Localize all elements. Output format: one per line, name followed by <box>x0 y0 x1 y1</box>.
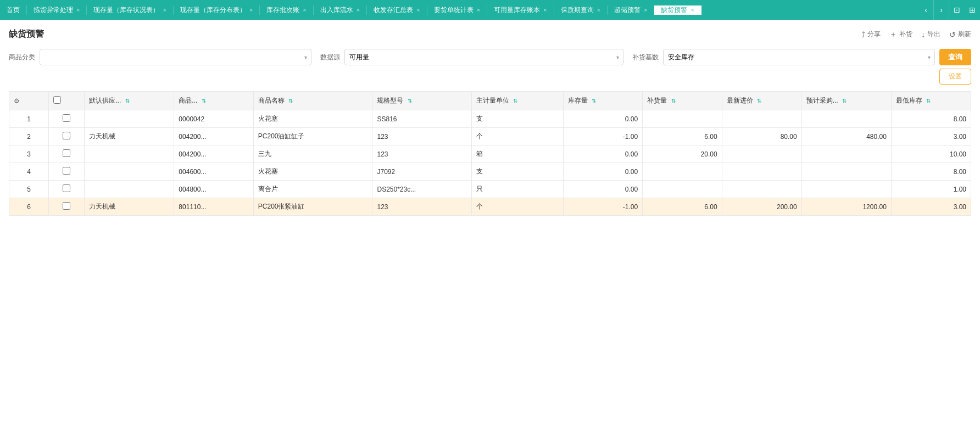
cell-product_name: PC200油缸缸子 <box>253 128 372 145</box>
cell-replenish <box>643 110 722 128</box>
tab-label: 超储预警 <box>614 5 641 15</box>
tab-item--------[interactable]: 可用量库存账本× <box>487 5 554 15</box>
cell-replenish: 6.00 <box>643 198 722 216</box>
gear-icon[interactable]: ⚙ <box>14 97 20 105</box>
cell-expected_purchase <box>801 163 891 181</box>
th-unit-label: 主计量单位 <box>476 97 509 104</box>
tab-close-icon[interactable]: × <box>357 7 360 13</box>
tab-close-icon[interactable]: × <box>644 7 647 13</box>
tab-item-----------[interactable]: 现存量（库存分布表）× <box>174 5 260 15</box>
filter-actions: 查询 设置 <box>939 49 971 85</box>
tab-item-------[interactable]: 要货单统计表× <box>427 5 487 15</box>
tab-close-icon[interactable]: × <box>691 7 694 13</box>
th-stock-label: 库存量 <box>568 97 588 104</box>
cell-index: 3 <box>9 145 49 163</box>
th-min-stock[interactable]: 最低库存 ⇅ <box>891 92 971 110</box>
tab-close-icon[interactable]: × <box>477 7 480 13</box>
tab-item-----[interactable]: 缺货预警× <box>654 5 701 15</box>
replenish-button[interactable]: ＋ 补货 <box>889 30 912 40</box>
cell-product_name: 火花塞 <box>253 110 372 128</box>
th-product-name-label: 商品名称 <box>258 97 285 104</box>
tab-item-----------[interactable]: 现存量（库存状况表）× <box>87 5 173 15</box>
tab-close-icon[interactable]: × <box>303 7 306 13</box>
tab-close-icon[interactable]: × <box>163 7 166 13</box>
cell-checkbox[interactable] <box>49 110 85 128</box>
th-supplier[interactable]: 默认供应... ⇅ <box>85 92 174 110</box>
tab-close-icon[interactable]: × <box>249 7 253 13</box>
replenish-label: 补货 <box>899 30 912 39</box>
cell-min_stock: 10.00 <box>891 145 971 163</box>
tab-fullscreen-btn[interactable]: ⊞ <box>965 0 980 20</box>
tab-item-----[interactable]: 超储预警× <box>608 5 654 15</box>
th-spec-label: 规格型号 <box>377 97 403 104</box>
th-latest-price[interactable]: 最新进价 ⇅ <box>722 92 801 110</box>
tab-label: 缺货预警 <box>661 5 687 15</box>
tab-scroll-next[interactable]: › <box>934 0 949 20</box>
table-body: 10000042火花塞SS816支0.008.002力天机械004200...P… <box>9 110 971 216</box>
cell-spec: DS250*23c... <box>372 181 472 198</box>
replenish-base-wrap: ▾ <box>663 49 935 65</box>
cell-stock: 0.00 <box>563 110 642 128</box>
cell-checkbox[interactable] <box>49 163 85 181</box>
cell-checkbox[interactable] <box>49 145 85 163</box>
row-checkbox[interactable] <box>63 114 70 122</box>
cell-product_code: 0000042 <box>174 110 253 128</box>
cell-spec: 123 <box>372 198 472 216</box>
data-source-input[interactable] <box>344 49 623 65</box>
row-checkbox[interactable] <box>63 132 70 139</box>
data-source-label: 数据源 <box>320 53 340 62</box>
tab-scroll-prev[interactable]: ‹ <box>918 0 934 20</box>
th-latest-price-label: 最新进价 <box>727 97 753 104</box>
cell-unit: 箱 <box>472 145 564 163</box>
product-category-input[interactable] <box>40 49 311 65</box>
cell-checkbox[interactable] <box>49 181 85 198</box>
page-title: 缺货预警 <box>9 29 44 40</box>
th-spec[interactable]: 规格型号 ⇅ <box>372 92 472 110</box>
cell-expected_purchase <box>801 145 891 163</box>
cell-latest_price: 200.00 <box>722 198 801 216</box>
select-all-checkbox[interactable] <box>53 96 61 104</box>
row-checkbox[interactable] <box>63 167 70 175</box>
export-button[interactable]: ↓ 导出 <box>921 30 940 39</box>
row-checkbox[interactable] <box>63 202 70 210</box>
spec-sort-icon: ⇅ <box>408 98 412 104</box>
row-checkbox[interactable] <box>63 149 70 157</box>
th-gear[interactable]: ⚙ <box>9 92 49 110</box>
tab-close-icon[interactable]: × <box>416 7 420 13</box>
settings-button[interactable]: 设置 <box>939 69 971 85</box>
cell-expected_purchase <box>801 181 891 198</box>
cell-checkbox[interactable] <box>49 198 85 216</box>
tab-item------[interactable]: 库存批次账× <box>260 5 313 15</box>
replenish-base-input[interactable] <box>663 49 935 65</box>
cell-product_name: 三九 <box>253 145 372 163</box>
tab-item------[interactable]: 保质期查询× <box>554 5 608 15</box>
tab-label: 现存量（库存状况表） <box>93 5 159 15</box>
product-name-sort-icon: ⇅ <box>288 98 293 104</box>
tab-item-------[interactable]: 收发存汇总表× <box>367 5 427 15</box>
th-product-code[interactable]: 商品... ⇅ <box>174 92 253 110</box>
tab-item---[interactable]: 首页 <box>0 5 27 15</box>
tab-close-icon[interactable]: × <box>597 7 600 13</box>
th-product-name[interactable]: 商品名称 ⇅ <box>253 92 372 110</box>
cell-checkbox[interactable] <box>49 128 85 145</box>
tab-item-------[interactable]: 拣货异常处理× <box>27 5 87 15</box>
query-button[interactable]: 查询 <box>939 49 971 65</box>
th-unit[interactable]: 主计量单位 ⇅ <box>472 92 564 110</box>
row-checkbox[interactable] <box>63 184 70 192</box>
product-code-sort-icon: ⇅ <box>202 98 206 104</box>
cell-latest_price <box>722 181 801 198</box>
data-source-wrap: ▾ <box>344 49 623 65</box>
refresh-button[interactable]: ↺ 刷新 <box>949 30 971 39</box>
tab-close-icon[interactable]: × <box>76 7 80 13</box>
th-checkbox[interactable] <box>49 92 85 110</box>
share-button[interactable]: ⤴ 分享 <box>861 30 881 39</box>
tab-item------[interactable]: 出入库流水× <box>314 5 367 15</box>
th-expected-purchase[interactable]: 预计采购... ⇅ <box>801 92 891 110</box>
page-header: 缺货预警 ⤴ 分享 ＋ 补货 ↓ 导出 ↺ 刷新 <box>9 29 971 40</box>
replenish-base-label: 补货基数 <box>632 53 659 62</box>
cell-min_stock: 1.00 <box>891 181 971 198</box>
tab-close-icon[interactable]: × <box>543 7 547 13</box>
tab-restore-btn[interactable]: ⊡ <box>949 0 965 20</box>
th-stock[interactable]: 库存量 ⇅ <box>563 92 642 110</box>
th-replenish[interactable]: 补货量 ⇅ <box>643 92 722 110</box>
